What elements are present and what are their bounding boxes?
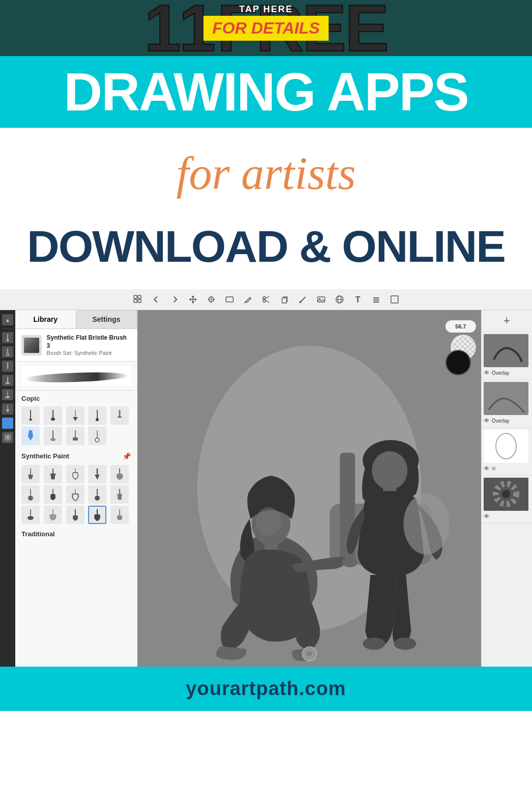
svg-point-102: [502, 490, 510, 498]
brush-item[interactable]: [44, 406, 62, 425]
layer-visibility-icon[interactable]: 👁: [484, 465, 490, 472]
toolbar-pen-icon[interactable]: [242, 293, 254, 306]
tool-6[interactable]: [2, 403, 13, 415]
brush-item[interactable]: [21, 406, 40, 425]
brush-info: Synthetic Flat Bristle Brush 3 Brush Set…: [47, 334, 131, 356]
layer-item[interactable]: 👁 Overlay: [482, 380, 532, 428]
tap-here-badge[interactable]: TAP HERE For Details: [203, 4, 329, 41]
toolbar-scissors-icon[interactable]: [260, 293, 272, 306]
brush-item[interactable]: [66, 406, 85, 425]
layer-info: 👁 ⊞: [484, 464, 530, 473]
brush-item[interactable]: [66, 465, 85, 483]
toolbar-back-icon[interactable]: [150, 293, 162, 306]
tool-4[interactable]: [2, 375, 13, 386]
svg-rect-12: [282, 298, 287, 303]
toolbar-layers-icon[interactable]: [370, 293, 382, 306]
layer-info: 👁: [484, 512, 530, 521]
tool-opacity[interactable]: [2, 432, 13, 443]
toolbar-transform-icon[interactable]: [205, 293, 217, 306]
layer-item[interactable]: 👁 Overlay: [482, 332, 532, 380]
brush-category-synthetic[interactable]: Synthetic Paint: [21, 450, 69, 462]
tool-2[interactable]: [2, 346, 13, 357]
tool-active[interactable]: [2, 418, 13, 429]
brush-item[interactable]: [88, 427, 106, 445]
svg-point-67: [95, 496, 100, 501]
brush-item[interactable]: [88, 485, 106, 504]
top-bar: TAP HERE For Details 11 FREE: [0, 0, 532, 56]
svg-rect-38: [6, 436, 9, 439]
layer-item[interactable]: 👁 ⊞: [482, 428, 532, 476]
screenshot-wrapper: T ▲: [0, 289, 532, 667]
brush-tab-settings[interactable]: Settings: [76, 310, 137, 328]
brush-item[interactable]: [44, 485, 62, 504]
svg-point-28: [7, 353, 9, 356]
brush-item[interactable]: [88, 406, 106, 425]
brush-item[interactable]: [110, 406, 129, 425]
toolbar-forward-icon[interactable]: [169, 293, 181, 306]
toolbar-image-icon[interactable]: [315, 293, 327, 306]
download-title: DOWNLOAD & ONLINE: [10, 224, 522, 269]
app-toolbar: T: [0, 289, 532, 310]
for-details-badge[interactable]: For Details: [203, 16, 329, 41]
toolbar-copy-icon[interactable]: [278, 293, 291, 306]
brush-stroke-preview: [21, 366, 131, 386]
canvas-area[interactable]: 56.7: [137, 310, 481, 667]
layer-visibility-icon[interactable]: 👁: [484, 513, 490, 520]
svg-point-90: [404, 493, 450, 555]
tool-brush[interactable]: [2, 332, 13, 343]
toolbar-move-icon[interactable]: [187, 293, 199, 306]
download-section: DOWNLOAD & ONLINE: [0, 214, 532, 289]
brush-item[interactable]: [88, 465, 106, 483]
layer-visibility-icon[interactable]: 👁: [484, 417, 490, 424]
toolbar-grid-icon[interactable]: [132, 293, 144, 306]
brush-item[interactable]: [110, 485, 129, 504]
brush-category-traditional[interactable]: Traditional: [15, 526, 137, 540]
brush-item[interactable]: [21, 485, 40, 504]
brush-item[interactable]: [66, 506, 85, 524]
svg-marker-60: [95, 475, 100, 480]
brush-item[interactable]: [44, 506, 62, 524]
canvas-bottom: ⟳: [302, 646, 317, 662]
opacity-control[interactable]: 56.7: [445, 320, 476, 333]
color-swatch-container[interactable]: [445, 335, 476, 375]
brush-selected: Synthetic Flat Bristle Brush 3 Brush Set…: [15, 329, 137, 362]
tool-upload[interactable]: ▲: [2, 314, 13, 325]
background-color-swatch[interactable]: [445, 350, 471, 375]
svg-rect-3: [138, 299, 141, 302]
for-artists-section: for artists: [0, 128, 532, 214]
toolbar-globe-icon[interactable]: [333, 293, 346, 306]
svg-rect-22: [373, 299, 379, 300]
screenshot-section: T ▲: [0, 289, 532, 667]
tap-here-label: TAP HERE: [203, 4, 329, 15]
brush-category-copic[interactable]: Copic: [15, 391, 137, 404]
brush-item[interactable]: [21, 465, 40, 483]
brush-item[interactable]: [21, 506, 40, 524]
add-layer-button[interactable]: +: [482, 310, 532, 332]
scroll-indicator[interactable]: ⟳: [302, 646, 317, 662]
toolbar-text-icon[interactable]: T: [352, 293, 364, 306]
toolbar-rect-icon[interactable]: [223, 293, 236, 306]
brush-item[interactable]: [44, 465, 62, 483]
svg-text:T: T: [355, 295, 360, 304]
tool-5[interactable]: [2, 389, 13, 400]
brush-item[interactable]: [66, 485, 85, 504]
color-controls: 56.7: [445, 320, 476, 375]
pin-icon[interactable]: 📌: [122, 452, 131, 460]
brush-item[interactable]: [66, 427, 85, 445]
brush-item[interactable]: [21, 427, 40, 445]
svg-point-70: [27, 516, 34, 520]
svg-rect-0: [134, 295, 137, 298]
layer-item[interactable]: 👁: [482, 476, 532, 524]
tool-3[interactable]: [2, 361, 13, 372]
brush-item[interactable]: [44, 427, 62, 445]
toolbar-square-icon[interactable]: [388, 293, 401, 306]
brush-item[interactable]: [110, 506, 129, 524]
layer-visibility-icon[interactable]: 👁: [484, 369, 490, 376]
brush-item[interactable]: [110, 465, 129, 483]
right-layers-panel: + 👁 Overlay �: [481, 310, 532, 667]
brush-panel-tabs: Library Settings: [15, 310, 137, 329]
toolbar-brush-icon[interactable]: [297, 293, 309, 306]
brush-item-selected[interactable]: [88, 506, 106, 524]
footer-url: yourartpath.com: [10, 678, 522, 700]
brush-tab-library[interactable]: Library: [15, 310, 76, 328]
